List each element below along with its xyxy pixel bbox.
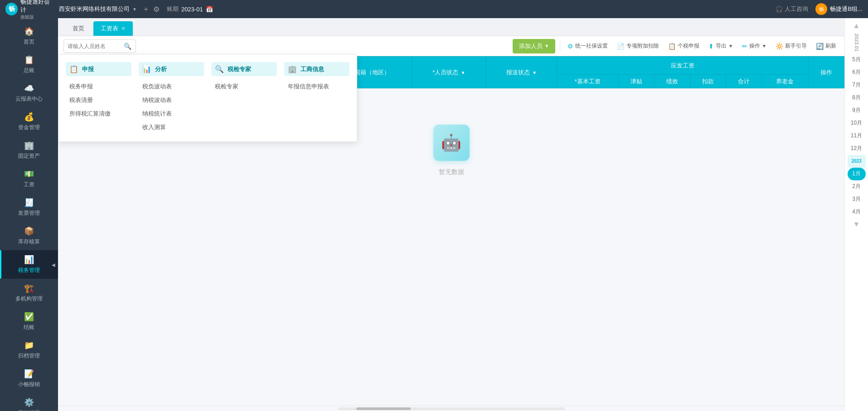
dropdown-item-taxcheck-expert[interactable]: 税检专家 bbox=[211, 80, 277, 93]
timeline-month-1[interactable]: 1月 bbox=[848, 168, 866, 180]
th-payroll-group: 应发工资 bbox=[557, 57, 808, 75]
tabs-bar: 首页 工资表 ✕ bbox=[58, 18, 844, 36]
company-dropdown-icon[interactable]: ▼ bbox=[132, 7, 137, 12]
dropdown-item-tax-form[interactable]: 税表清册 bbox=[66, 93, 131, 107]
timeline-month-4[interactable]: 4月 bbox=[848, 206, 866, 218]
timeline-month-10[interactable]: 10月 bbox=[848, 117, 866, 130]
new-guide-icon: 🔆 bbox=[776, 43, 783, 50]
dropdown-item-income-estimate[interactable]: 收入测算 bbox=[139, 121, 204, 134]
sidebar-item-home[interactable]: 🏠 首页 bbox=[0, 22, 58, 50]
sidebar-item-ledger[interactable]: 📋 总账 bbox=[0, 50, 58, 79]
search-box[interactable]: 🔍 bbox=[63, 39, 136, 53]
user-avatar: 畅 bbox=[815, 3, 827, 15]
sidebar-item-salary[interactable]: 💵 工资 bbox=[0, 164, 58, 193]
dropdown-item-annual-report[interactable]: 年报信息申报表 bbox=[284, 80, 350, 93]
timeline-month-9[interactable]: 9月 bbox=[848, 104, 866, 117]
salary-icon: 💵 bbox=[24, 169, 34, 179]
basic-settings-icon: ⚙️ bbox=[24, 397, 34, 407]
timeline-month-5[interactable]: 5月 bbox=[848, 53, 866, 66]
sidebar-item-close-account[interactable]: ✅ 结账 bbox=[0, 307, 58, 336]
timeline-month-8[interactable]: 8月 bbox=[848, 92, 866, 104]
th-allowance: 津贴 bbox=[618, 75, 654, 88]
dropdown-section-header-declare: 📋 申报 bbox=[66, 62, 131, 76]
multi-org-icon: 🏗️ bbox=[24, 283, 34, 293]
search-input[interactable] bbox=[68, 43, 122, 49]
timeline-month-7[interactable]: 7月 bbox=[848, 79, 866, 92]
timeline-up-nav[interactable]: ▲ bbox=[851, 20, 862, 32]
sidebar-item-expense[interactable]: 📝 小畅报销 bbox=[0, 364, 58, 393]
social-insurance-btn[interactable]: ⚙ 统一社保设置 bbox=[565, 39, 611, 53]
refresh-btn[interactable]: 🔄 刷新 bbox=[813, 39, 839, 53]
timeline-month-6[interactable]: 6月 bbox=[848, 66, 866, 79]
add-icon[interactable]: ＋ bbox=[142, 5, 150, 14]
social-insurance-icon: ⚙ bbox=[567, 43, 573, 50]
archive-icon: 📁 bbox=[24, 340, 34, 350]
logo: 畅 畅捷通好会计 旗舰版 bbox=[5, 0, 55, 20]
tab-payroll[interactable]: 工资表 ✕ bbox=[93, 21, 133, 36]
collapse-icon[interactable]: ◀ bbox=[52, 262, 55, 267]
dropdown-item-tax-stats[interactable]: 纳税统计表 bbox=[139, 107, 204, 121]
add-person-button[interactable]: 添加人员 ▼ bbox=[513, 39, 555, 53]
timeline-month-12[interactable]: 12月 bbox=[848, 142, 866, 155]
dropdown-item-income-tax[interactable]: 所得税汇算清缴 bbox=[66, 107, 131, 121]
sidebar-item-multi-org[interactable]: 🏗️ 多机构管理 bbox=[0, 279, 58, 307]
export-dropdown-icon: ▼ bbox=[728, 44, 733, 48]
timeline-month-2[interactable]: 2月 bbox=[848, 180, 866, 193]
new-guide-btn[interactable]: 🔆 新手引导 bbox=[773, 39, 810, 53]
th-total: 合计 bbox=[726, 75, 761, 88]
invoice-icon: 🧾 bbox=[24, 198, 34, 208]
dropdown-item-tax-burden[interactable]: 税负波动表 bbox=[139, 80, 204, 93]
dropdown-section-declare: 📋 申报 税务申报 税表清册 所得税汇算清缴 bbox=[66, 62, 131, 134]
logo-text: 畅捷通好会计 bbox=[20, 0, 55, 14]
export-btn[interactable]: ⬆ 导出 ▼ bbox=[706, 39, 736, 53]
timeline-month-3[interactable]: 3月 bbox=[848, 193, 866, 206]
tab-home[interactable]: 首页 bbox=[65, 21, 92, 36]
tax-report-btn[interactable]: 📋 个税申报 bbox=[665, 39, 702, 53]
calendar-icon[interactable]: 📅 bbox=[206, 6, 213, 13]
special-deduction-btn[interactable]: 📄 专项附加扣除 bbox=[614, 39, 662, 53]
company-selector[interactable]: 西安虾米网络科技有限公司 ▼ bbox=[59, 5, 137, 13]
scroll-thumb[interactable] bbox=[356, 407, 411, 410]
top-bar-right: 🎧 人工咨询 畅 畅捷通B组... bbox=[776, 3, 863, 15]
sidebar-item-assets[interactable]: 🏢 固定资产 bbox=[0, 136, 58, 164]
user-menu[interactable]: 畅 畅捷通B组... bbox=[815, 3, 863, 15]
empty-text: 暂无数据 bbox=[439, 168, 464, 176]
tax-report-icon: 📋 bbox=[668, 43, 676, 50]
sidebar-item-archive[interactable]: 📁 归档管理 bbox=[0, 336, 58, 364]
logo-icon: 畅 bbox=[5, 3, 18, 15]
sidebar-item-basic-settings[interactable]: ⚙️ 基础设置 bbox=[0, 393, 58, 411]
operation-icon: ✏ bbox=[742, 43, 747, 50]
sidebar-item-inventory[interactable]: 📦 库存核算 bbox=[0, 222, 58, 250]
sidebar-item-cloud-report[interactable]: ☁️ 云报表中心 bbox=[0, 79, 58, 107]
refresh-icon: 🔄 bbox=[816, 43, 824, 50]
timeline-down-nav[interactable]: ▼ bbox=[851, 218, 862, 230]
dropdown-item-tax-wave[interactable]: 纳税波动表 bbox=[139, 93, 204, 107]
help-label: 人工咨询 bbox=[785, 5, 808, 13]
timeline-month-11[interactable]: 11月 bbox=[848, 130, 866, 142]
timeline-current-year: 2023 bbox=[848, 155, 866, 168]
analysis-section-title: 分析 bbox=[155, 65, 167, 73]
main-layout: 🏠 首页 📋 总账 ☁️ 云报表中心 💰 资金管理 🏢 固定资产 💵 工资 🧾 … bbox=[0, 18, 868, 411]
sidebar-item-tax[interactable]: 📊 税务管理 ◀ bbox=[0, 250, 58, 279]
top-bar-actions: ＋ ⚙ bbox=[142, 5, 160, 14]
tab-home-label: 首页 bbox=[73, 24, 84, 33]
top-bar: 畅 畅捷通好会计 旗舰版 西安虾米网络科技有限公司 ▼ ＋ ⚙ 账期 2023-… bbox=[0, 0, 868, 18]
assets-icon: 🏢 bbox=[24, 140, 34, 150]
dropdown-section-analysis: 📊 分析 税负波动表 纳税波动表 纳税统计表 收入测算 bbox=[139, 62, 204, 134]
scroll-bar[interactable] bbox=[58, 406, 844, 411]
tab-payroll-close[interactable]: ✕ bbox=[121, 25, 126, 32]
operation-btn[interactable]: ✏ 操作 ▼ bbox=[739, 39, 769, 53]
special-deduction-label: 专项附加扣除 bbox=[626, 42, 659, 50]
tab-payroll-label: 工资表 bbox=[101, 24, 118, 33]
sidebar-item-funds[interactable]: 💰 资金管理 bbox=[0, 107, 58, 136]
taxcheck-section-title: 税检专家 bbox=[228, 65, 251, 73]
sidebar-item-invoice[interactable]: 🧾 发票管理 bbox=[0, 193, 58, 222]
settings-icon[interactable]: ⚙ bbox=[153, 5, 160, 14]
dropdown-item-tax-declare[interactable]: 税务申报 bbox=[66, 80, 131, 93]
period-value[interactable]: 2023-01 bbox=[181, 6, 203, 13]
help-button[interactable]: 🎧 人工咨询 bbox=[776, 5, 808, 13]
th-person-status: *人员状态 ▼ bbox=[412, 57, 486, 88]
toolbar: 🔍 添加人员 ▼ ⚙ 统一社保设置 📄 专项附加扣除 📋 个税申报 ⬆ 导 bbox=[58, 36, 844, 56]
special-deduction-icon: 📄 bbox=[617, 43, 625, 50]
th-operation: 操作 bbox=[808, 57, 844, 88]
